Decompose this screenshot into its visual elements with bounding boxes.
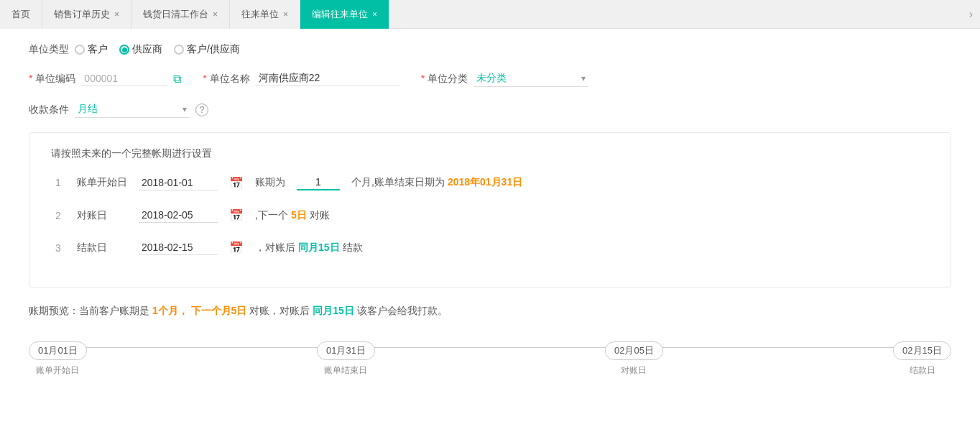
timeline-bubble-2: 02月05日 xyxy=(605,341,663,360)
timeline-item-0: 01月01日 账单开始日 xyxy=(29,341,87,377)
timeline-label-2: 对账日 xyxy=(621,364,647,377)
timeline-label-3: 结款日 xyxy=(910,364,935,377)
timeline-item-1: 01月31日 账单结束日 xyxy=(317,341,375,377)
unit-type-row: 单位类型 客户 供应商 客户/供应商 xyxy=(29,43,951,56)
radio-customer[interactable]: 客户 xyxy=(75,43,108,56)
timeline-bubble-3: 02月15日 xyxy=(893,341,951,360)
timeline-label-0: 账单开始日 xyxy=(36,364,79,377)
timeline-item-2: 02月05日 对账日 xyxy=(605,341,663,377)
tab-bar: 首页 销售订单历史 × 钱货日清工作台 × 往来单位 × 编辑往来单位 × › xyxy=(0,0,980,29)
timeline-item-3: 02月15日 结款日 xyxy=(893,341,951,377)
payment-terms-value: 月结 xyxy=(78,103,182,116)
tab-cash-work-label: 钱货日清工作台 xyxy=(143,8,208,21)
period-row-1: 1 账单开始日 📅 账期为 个月,账单结束日期为 2018年01月31日 xyxy=(51,175,929,190)
period-end-date: 2018年01月31日 xyxy=(448,176,522,189)
unit-category-value: 未分类 xyxy=(476,72,581,85)
period-num-1: 1 xyxy=(51,177,65,188)
timeline-items: 01月01日 账单开始日 01月31日 账单结束日 02月05日 对账日 02月… xyxy=(29,341,951,377)
tab-partner[interactable]: 往来单位 × xyxy=(230,0,300,29)
period-reconcile-label: 对账日 xyxy=(77,209,127,222)
tab-cash-work-close[interactable]: × xyxy=(213,9,218,19)
period-settle-suffix: ，对账后同月15日结款 xyxy=(255,242,363,254)
settle-highlight-day: 同月15日 xyxy=(298,242,340,254)
radio-supplier[interactable]: 供应商 xyxy=(119,43,162,56)
preview-text: 账期预览：当前客户账期是 1个月， 下一个月5日 对账，对账后 同月15日 该客… xyxy=(29,302,951,320)
period-reconcile-date-input[interactable] xyxy=(139,208,218,223)
preview-prefix: 账期预览：当前客户账期是 xyxy=(29,305,149,316)
radio-customer-supplier[interactable]: 客户/供应商 xyxy=(174,43,240,56)
preview-middle: 对账，对账后 xyxy=(249,305,310,316)
reconcile-highlight-day: 5日 xyxy=(291,209,307,222)
main-content: 单位类型 客户 供应商 客户/供应商 单位编码 ⧉ xyxy=(0,29,980,437)
payment-terms-label: 收款条件 xyxy=(29,104,69,116)
payment-terms-help-icon[interactable]: ? xyxy=(195,104,208,116)
radio-customer-supplier-circle xyxy=(174,45,184,55)
tab-sales-history-label: 销售订单历史 xyxy=(54,8,110,21)
unit-category-dropdown[interactable]: 未分类 ▾ xyxy=(473,70,588,87)
unit-category-field: 单位分类 未分类 ▾ xyxy=(421,70,588,87)
preview-months: 1个月， xyxy=(152,305,188,316)
unit-code-copy-icon[interactable]: ⧉ xyxy=(173,73,181,86)
preview-next-day: 下一个月5日 xyxy=(191,305,247,316)
unit-name-field: 单位名称 xyxy=(203,71,399,86)
tab-edit-partner-close[interactable]: × xyxy=(372,9,377,19)
radio-customer-label: 客户 xyxy=(88,43,108,56)
unit-name-label: 单位名称 xyxy=(203,73,249,86)
unit-name-input[interactable] xyxy=(256,71,399,86)
unit-info-row: 单位编码 ⧉ 单位名称 单位分类 未分类 ▾ xyxy=(29,70,951,87)
period-num-2: 2 xyxy=(51,210,65,221)
period-settle-calendar-icon[interactable]: 📅 xyxy=(229,241,244,254)
tab-cash-work[interactable]: 钱货日清工作台 × xyxy=(131,0,230,29)
period-month-input[interactable] xyxy=(297,175,340,190)
payment-terms-row: 收款条件 月结 ▾ ? xyxy=(29,101,951,118)
radio-customer-supplier-label: 客户/供应商 xyxy=(187,43,240,56)
unit-type-label: 单位类型 xyxy=(29,43,69,56)
unit-code-input[interactable] xyxy=(81,71,167,86)
period-settle-date-input[interactable] xyxy=(139,240,218,255)
period-month-suffix: 个月,账单结束日期为 2018年01月31日 xyxy=(351,176,522,189)
radio-customer-circle xyxy=(75,45,85,55)
period-num-3: 3 xyxy=(51,242,65,254)
tab-expand-button[interactable]: › xyxy=(962,0,980,28)
payment-terms-dropdown[interactable]: 月结 ▾ xyxy=(75,101,190,118)
tab-home[interactable]: 首页 xyxy=(0,0,42,29)
unit-category-arrow-icon: ▾ xyxy=(581,73,586,83)
unit-type-radio-group: 客户 供应商 客户/供应商 xyxy=(75,43,240,56)
period-start-calendar-icon[interactable]: 📅 xyxy=(229,176,244,190)
unit-code-field: 单位编码 ⧉ xyxy=(29,71,181,86)
tab-sales-history[interactable]: 销售订单历史 × xyxy=(42,0,131,29)
period-for-label: 账期为 xyxy=(255,176,285,189)
period-start-date-input[interactable] xyxy=(139,175,218,190)
period-row-2: 2 对账日 📅 ,下一个5日对账 xyxy=(51,208,929,223)
tab-home-label: 首页 xyxy=(11,8,30,21)
preview-settle-day: 同月15日 xyxy=(313,305,354,316)
tab-sales-history-close[interactable]: × xyxy=(114,9,119,19)
timeline-bubble-1: 01月31日 xyxy=(317,341,375,360)
payment-terms-arrow-icon: ▾ xyxy=(182,104,187,114)
payment-terms-field: 收款条件 月结 ▾ ? xyxy=(29,101,208,118)
tab-edit-partner-label: 编辑往来单位 xyxy=(312,8,368,21)
unit-category-label: 单位分类 xyxy=(421,73,468,86)
period-settle-label: 结款日 xyxy=(77,242,127,254)
period-row-3: 3 结款日 📅 ，对账后同月15日结款 xyxy=(51,240,929,255)
timeline-bubble-0: 01月01日 xyxy=(29,341,87,360)
timeline-label-1: 账单结束日 xyxy=(324,364,367,377)
tab-partner-close[interactable]: × xyxy=(283,9,288,19)
period-box: 请按照未来的一个完整帐期进行设置 1 账单开始日 📅 账期为 个月,账单结束日期… xyxy=(29,132,951,288)
tab-edit-partner[interactable]: 编辑往来单位 × xyxy=(300,0,389,29)
preview-suffix: 该客户会给我打款。 xyxy=(357,305,448,316)
timeline: 01月01日 账单开始日 01月31日 账单结束日 02月05日 对账日 02月… xyxy=(29,334,951,391)
unit-code-label: 单位编码 xyxy=(29,73,75,86)
period-reconcile-suffix: ,下一个5日对账 xyxy=(255,209,330,222)
radio-supplier-circle xyxy=(119,45,129,55)
unit-type-field: 单位类型 客户 供应商 客户/供应商 xyxy=(29,43,240,56)
period-start-label: 账单开始日 xyxy=(77,176,127,189)
radio-supplier-label: 供应商 xyxy=(132,43,162,56)
tab-partner-label: 往来单位 xyxy=(241,8,279,21)
period-title: 请按照未来的一个完整帐期进行设置 xyxy=(51,147,929,160)
period-reconcile-calendar-icon[interactable]: 📅 xyxy=(229,208,244,222)
